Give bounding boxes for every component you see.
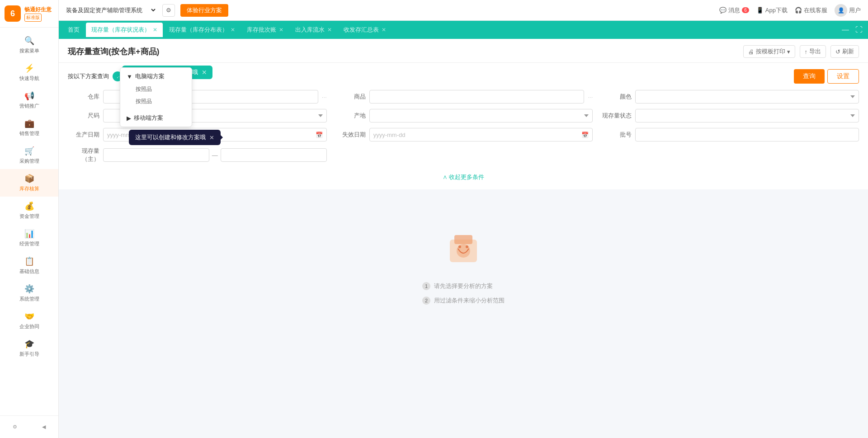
export-btn[interactable]: ↑ 导出	[800, 45, 826, 58]
calendar-icon-start: 📅	[316, 132, 323, 138]
sidebar-item-sales[interactable]: 💼 销售管理	[0, 114, 58, 141]
filter-row-color: 颜色	[600, 90, 859, 104]
expire-date-range: yyyy-mm-dd 📅	[369, 128, 593, 141]
sidebar-item-purchase[interactable]: 🛒 采购管理	[0, 141, 58, 169]
sidebar-logo: 6 畅通好生意 标准版	[0, 0, 58, 28]
tree-collapse-icon: ▶	[127, 115, 131, 122]
stock-max-input[interactable]	[221, 148, 327, 162]
connector-dot	[115, 73, 119, 77]
basic-info-icon: 📋	[24, 256, 34, 266]
sales-icon: 💼	[24, 118, 34, 128]
reset-btn[interactable]: 设置	[827, 69, 859, 84]
goods-label: 商品	[334, 93, 366, 101]
user-menu[interactable]: 👤 用户	[835, 4, 861, 17]
filter-row-stock-main: 现存量（主） —	[68, 147, 327, 163]
empty-tip-1: 1 请先选择要分析的方案	[422, 280, 505, 292]
tab-minimize-btn[interactable]: —	[840, 24, 851, 35]
edit-tooltip-arrow	[221, 135, 225, 140]
empty-state: 1 请先选择要分析的方案 2 用过滤条件来缩小分析范围	[59, 190, 868, 343]
cooperation-icon: 🤝	[24, 311, 34, 321]
quicknav-icon: ⚡	[24, 63, 34, 73]
refresh-btn[interactable]: ↺ 刷新	[830, 45, 859, 58]
sidebar-item-inventory[interactable]: 📦 库存核算	[0, 169, 58, 197]
sidebar-item-cooperation[interactable]: 🤝 企业协同	[0, 307, 58, 334]
print-btn[interactable]: 🖨 按模板打印 ▾	[743, 45, 795, 58]
svg-point-3	[458, 245, 461, 248]
inventory-icon: 📦	[24, 174, 34, 184]
sidebar-collapse-btn[interactable]: ◀	[40, 420, 48, 433]
tab-flow[interactable]: 出入库流水 ✕	[290, 23, 337, 37]
operations-icon: 📊	[24, 229, 34, 239]
tab-summary[interactable]: 收发存汇总表 ✕	[338, 23, 392, 37]
filter-row-stock-status: 现存量状态	[600, 109, 859, 122]
tab-close-flow[interactable]: ✕	[327, 27, 332, 33]
filter-label: 按以下方案查询	[68, 72, 109, 80]
stock-status-select[interactable]	[635, 109, 859, 122]
goods-dots[interactable]: ···	[588, 94, 593, 100]
tree-child-1[interactable]: 按照品	[129, 83, 192, 95]
app-download-btn[interactable]: 📱 App下载	[756, 6, 788, 14]
sidebar-item-system[interactable]: ⚙️ 系统管理	[0, 279, 58, 307]
sidebar-item-marketing[interactable]: 📢 营销推广	[0, 86, 58, 114]
gear-icon: ⚙	[166, 7, 171, 14]
edit-tooltip-close[interactable]: ✕	[209, 134, 214, 141]
tab-fullscreen-btn[interactable]: ⛶	[854, 24, 864, 35]
refresh-icon: ↺	[835, 48, 840, 55]
page-header: 现存量查询(按仓库+商品) 🖨 按模板打印 ▾ ↑ 导出 ↺ 刷新	[59, 39, 868, 63]
tab-batch-account[interactable]: 库存批次账 ✕	[241, 23, 289, 37]
main-area: 装备及固定资产辅助管理系统 ⚙ 体验行业方案 💬 消息 6 📱 App下载	[59, 0, 868, 438]
warehouse-label: 仓库	[68, 93, 99, 101]
tree-child-2[interactable]: 按照品	[129, 95, 192, 108]
tab-close-summary[interactable]: ✕	[382, 27, 386, 33]
sidebar-item-search[interactable]: 🔍 搜索菜单	[0, 31, 58, 59]
warehouse-dots[interactable]: ···	[322, 94, 327, 100]
origin-select[interactable]	[369, 109, 593, 122]
collapse-icon: ◀	[42, 424, 46, 430]
collapse-bar[interactable]: ∧ 收起更多条件	[68, 169, 859, 183]
goods-input[interactable]	[369, 90, 585, 104]
tree-desktop-header[interactable]: ▼ 电脑端方案	[120, 70, 192, 83]
online-support-btn[interactable]: 🎧 在线客服	[795, 6, 827, 14]
tab-home[interactable]: 首页	[62, 23, 85, 37]
sidebar-item-operations[interactable]: 📊 经营管理	[0, 224, 58, 252]
phone-icon: 📱	[756, 7, 764, 14]
tab-inventory-status[interactable]: 现存量（库存状况表） ✕	[86, 23, 163, 37]
sidebar: 6 畅通好生意 标准版 🔍 搜索菜单 ⚡ 快速导航 📢 营销推广 💼 销售管理	[0, 0, 59, 438]
sidebar-settings-btn[interactable]: ⚙	[10, 420, 19, 433]
tree-mobile-header[interactable]: ▶ 移动端方案	[120, 111, 192, 125]
size-label: 尺码	[68, 112, 99, 120]
sidebar-item-basic-info[interactable]: 📋 基础信息	[0, 252, 58, 279]
tab-close-inventory-distribution[interactable]: ✕	[231, 27, 235, 33]
collapse-arrow-icon: ∧	[443, 174, 448, 180]
tab-close-batch-account[interactable]: ✕	[279, 27, 283, 33]
topbar: 装备及固定资产辅助管理系统 ⚙ 体验行业方案 💬 消息 6 📱 App下载	[59, 0, 868, 21]
message-icon: 💬	[719, 7, 726, 14]
tab-inventory-distribution[interactable]: 现存量（库存分布表） ✕	[164, 23, 241, 37]
tab-close-inventory-status[interactable]: ✕	[153, 27, 157, 33]
sidebar-item-finance[interactable]: 💰 资金管理	[0, 197, 58, 224]
query-btn[interactable]: 查询	[794, 69, 825, 84]
expire-date-input[interactable]: yyyy-mm-dd 📅	[369, 128, 593, 141]
scheme-tooltip-close[interactable]: ✕	[202, 69, 207, 76]
tab-bar: 首页 现存量（库存状况表） ✕ 现存量（库存分布表） ✕ 库存批次账 ✕ 出入库…	[59, 21, 868, 39]
tree-desktop-children: 按照品 按照品	[120, 83, 192, 108]
sidebar-item-quicknav[interactable]: ⚡ 快速导航	[0, 59, 58, 86]
color-select[interactable]	[635, 90, 859, 104]
headset-icon: 🎧	[795, 7, 802, 14]
tree-mobile-section: ▶ 移动端方案	[120, 109, 192, 127]
edit-tooltip: 这里可以创建和修改方案哦 ✕	[129, 130, 221, 145]
stock-min-input[interactable]	[103, 148, 209, 162]
message-btn[interactable]: 💬 消息 6	[719, 6, 749, 14]
sidebar-item-newbie[interactable]: 🎓 新手引导	[0, 334, 58, 362]
experience-btn[interactable]: 体验行业方案	[180, 4, 228, 17]
logo-text: 畅通好生意 标准版	[24, 6, 52, 22]
filter-row-batch: 批号	[600, 128, 859, 141]
system-select[interactable]	[148, 6, 157, 14]
sidebar-nav: 🔍 搜索菜单 ⚡ 快速导航 📢 营销推广 💼 销售管理 🛒 采购管理 📦	[0, 28, 58, 415]
topbar-settings-btn[interactable]: ⚙	[162, 4, 175, 17]
calendar-icon-expire: 📅	[581, 132, 589, 138]
batch-input[interactable]	[635, 128, 859, 141]
page-title: 现存量查询(按仓库+商品)	[68, 46, 160, 57]
topbar-left: 装备及固定资产辅助管理系统 ⚙ 体验行业方案	[66, 4, 228, 17]
print-dropdown-icon: ▾	[787, 48, 790, 55]
